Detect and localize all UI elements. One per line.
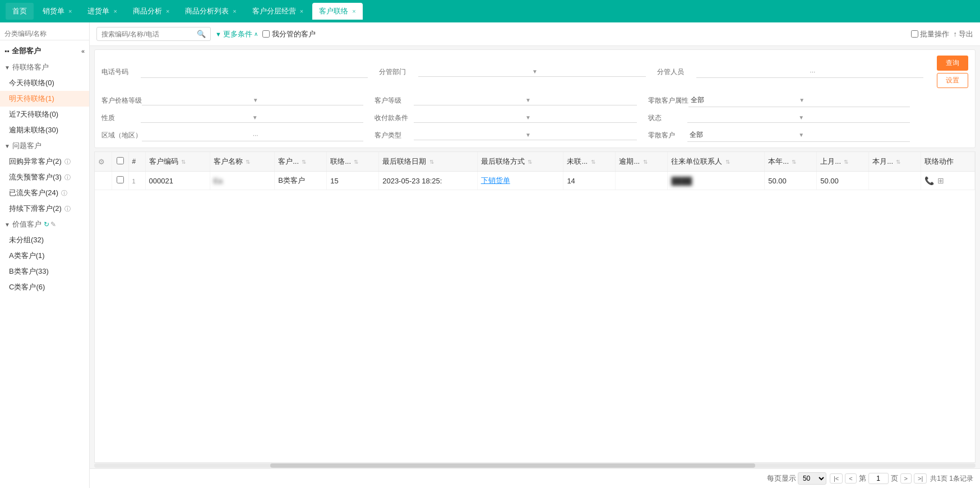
sidebar-group-pending[interactable]: ▼ 待联络客户 xyxy=(0,59,89,75)
nav-customer-tier-close[interactable]: × xyxy=(300,8,303,15)
sort-last-month[interactable]: ⇅ xyxy=(844,159,848,165)
nav-product-analysis-close[interactable]: × xyxy=(166,8,169,15)
nav-customer-contact-close[interactable]: × xyxy=(352,8,355,15)
sort-unit-contact[interactable]: ⇅ xyxy=(725,159,730,165)
prev-page-btn[interactable]: < xyxy=(845,473,856,484)
sidebar-item-churn-warning[interactable]: 流失预警客户(3) ⓘ xyxy=(0,169,89,185)
sidebar-item-type-b[interactable]: B类客户(33) xyxy=(0,264,89,279)
sidebar-group-value[interactable]: ▼ 价值客户 ↻ ✎ xyxy=(0,217,89,232)
th-last-contact-date: 最后联络日期 ⇅ xyxy=(379,152,478,172)
nav-sales-order-close[interactable]: × xyxy=(68,8,72,15)
sort-this-year[interactable]: ⇅ xyxy=(792,159,796,165)
page-size-wrapper: 每页显示 50 100 200 xyxy=(767,472,826,485)
abnormal-repurchase-label: 回购异常客户(2) xyxy=(9,157,62,165)
customer-code-value: 000021 xyxy=(149,177,173,185)
current-page-input[interactable] xyxy=(868,473,889,484)
nav-product-analysis[interactable]: 商品分析 × xyxy=(126,3,176,20)
filter-manager-select[interactable]: ··· xyxy=(696,66,923,78)
nav-product-analysis-list[interactable]: 商品分析列表 × xyxy=(178,3,243,20)
filter-customer-level-select[interactable]: ▼ xyxy=(414,95,636,105)
sort-customer-code[interactable]: ⇅ xyxy=(181,159,186,165)
sort-last-contact-method[interactable]: ⇅ xyxy=(528,159,532,165)
sidebar-collapse-icon[interactable]: « xyxy=(81,48,85,54)
table-row: 1 000021 Ea B类客户 15 xyxy=(95,172,975,190)
sidebar-item-type-a[interactable]: A类客户(1) xyxy=(0,248,89,264)
nav-customer-contact[interactable]: 客户联络 × xyxy=(312,3,362,20)
nav-purchase-order[interactable]: 进货单 × xyxy=(81,3,123,20)
action-grid-icon[interactable]: ⊞ xyxy=(937,176,944,185)
settings-button[interactable]: 设置 xyxy=(937,73,968,88)
batch-op-btn[interactable]: 批量操作 xyxy=(911,29,949,39)
filter-payment-select[interactable]: ▼ xyxy=(414,113,636,123)
column-settings-icon[interactable]: ⚙ xyxy=(98,158,105,166)
sidebar-item-tomorrow-contact[interactable]: 明天待联络(1) xyxy=(0,91,89,107)
filter-scattered-attr-select[interactable]: 全部 ▼ xyxy=(688,94,910,107)
filter-region-select[interactable]: ··· xyxy=(142,130,363,141)
batch-op-label: 批量操作 xyxy=(920,29,949,39)
filter-scattered-select[interactable]: 全部 ▼ xyxy=(687,128,910,142)
filter-status: 状态 ▼ xyxy=(648,113,910,123)
row-checkbox[interactable] xyxy=(117,176,124,183)
last-month-value: 50.00 xyxy=(820,177,839,185)
select-all-checkbox[interactable] xyxy=(117,157,124,164)
filter-dept-select[interactable]: ▼ xyxy=(418,67,645,77)
td-this-month xyxy=(869,172,921,190)
page-size-select[interactable]: 50 100 200 xyxy=(798,472,826,485)
sidebar-all-customers[interactable]: ▪▪ 全部客户 « xyxy=(0,43,89,59)
batch-checkbox[interactable] xyxy=(911,30,918,38)
my-customers-checkbox-label[interactable]: 我分管的客户 xyxy=(262,29,316,39)
main-layout: 🔍 ▪▪ 全部客户 « ▼ 待联络客户 今天待联络(0) 明天待联络(1) 近7… xyxy=(0,22,980,488)
my-customers-checkbox[interactable] xyxy=(262,30,270,38)
action-phone-icon[interactable]: 📞 xyxy=(924,176,934,185)
first-page-btn[interactable]: |< xyxy=(830,473,843,484)
th-action: 联络动作 xyxy=(921,152,975,172)
sidebar-item-7day-contact[interactable]: 近7天待联络(0) xyxy=(0,107,89,122)
more-conditions-btn[interactable]: ▼ 更多条件 ∧ xyxy=(215,29,258,39)
sidebar-search-input[interactable] xyxy=(4,30,89,38)
sidebar-item-overdue-contact[interactable]: 逾期未联络(30) xyxy=(0,122,89,138)
sort-customer-type[interactable]: ⇅ xyxy=(302,159,306,165)
export-btn[interactable]: ↑ 导出 xyxy=(954,29,974,39)
filter-customer-type-select[interactable]: ▼ xyxy=(414,130,636,140)
sidebar-item-churned[interactable]: 已流失客户(24) ⓘ xyxy=(0,185,89,201)
horizontal-scrollbar[interactable] xyxy=(94,463,976,468)
next-page-btn[interactable]: > xyxy=(900,473,912,484)
nav-purchase-order-close[interactable]: × xyxy=(113,8,117,15)
sidebar-item-declining[interactable]: 持续下滑客户(2) ⓘ xyxy=(0,201,89,217)
filter-price-level-select[interactable]: ▼ xyxy=(142,95,363,105)
sidebar-item-type-c[interactable]: C类客户(6) xyxy=(0,279,89,295)
nav-home[interactable]: 首页 xyxy=(6,3,34,20)
table-container: ⚙ # 客户编码 ⇅ 客户名称 ⇅ xyxy=(94,151,976,463)
filter-manager-label: 分管人员 xyxy=(657,67,696,77)
scroll-thumb[interactable] xyxy=(270,463,755,468)
search-input[interactable] xyxy=(101,30,197,38)
problem-label: 问题客户 xyxy=(12,141,41,151)
query-button[interactable]: 查询 xyxy=(937,56,968,71)
sort-overdue[interactable]: ⇅ xyxy=(643,159,648,165)
sidebar-group-problem[interactable]: ▼ 问题客户 xyxy=(0,138,89,154)
last-page-btn[interactable]: >| xyxy=(914,473,927,484)
td-index: 1 xyxy=(128,172,145,190)
my-customers-label: 我分管的客户 xyxy=(272,29,316,39)
search-button[interactable]: 🔍 xyxy=(197,30,206,38)
filter-buttons: 查询 设置 xyxy=(937,56,968,88)
declining-label: 持续下滑客户(2) xyxy=(9,204,62,213)
sidebar-item-today-contact[interactable]: 今天待联络(0) xyxy=(0,75,89,91)
sort-last-contact-date[interactable]: ⇅ xyxy=(429,159,434,165)
sort-contacts[interactable]: ⇅ xyxy=(354,159,358,165)
filter-phone-input[interactable] xyxy=(141,66,368,78)
sort-customer-name[interactable]: ⇅ xyxy=(246,159,250,165)
filter-nature-select[interactable]: ▼ xyxy=(141,113,363,123)
nav-sales-order[interactable]: 销货单 × xyxy=(36,3,78,20)
sidebar-item-ungrouped[interactable]: 未分组(32) xyxy=(0,232,89,248)
more-conditions-label: 更多条件 xyxy=(223,29,252,39)
sidebar-item-abnormal-repurchase[interactable]: 回购异常客户(2) ⓘ xyxy=(0,154,89,169)
nav-customer-tier[interactable]: 客户分层经营 × xyxy=(246,3,310,20)
last-contact-method-value[interactable]: 下销货单 xyxy=(481,176,510,185)
td-unit-contact: ████ xyxy=(668,172,765,190)
sort-no-contact[interactable]: ⇅ xyxy=(591,159,595,165)
td-settings xyxy=(95,172,112,190)
nav-product-analysis-list-close[interactable]: × xyxy=(233,8,236,15)
sort-this-month[interactable]: ⇅ xyxy=(896,159,900,165)
filter-status-select[interactable]: ▼ xyxy=(687,113,910,123)
